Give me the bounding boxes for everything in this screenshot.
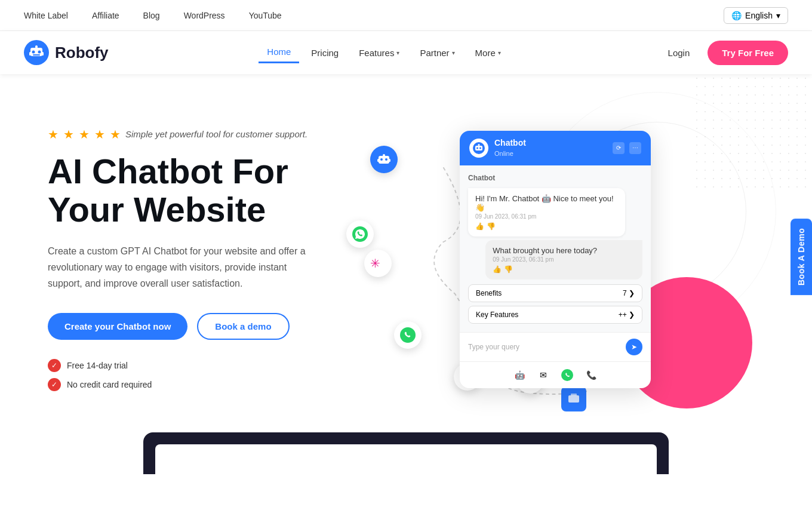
chatbot-header-icons: ⟳ ⋯ bbox=[613, 142, 641, 154]
quick-replies: Benefits 7 ❯ Key Features ++ ❯ bbox=[468, 284, 642, 324]
chatbot-footer-icons: 🤖 ✉ 📞 bbox=[460, 361, 651, 388]
svg-point-2 bbox=[32, 51, 35, 54]
nav-right: Login Try For Free bbox=[660, 41, 788, 65]
svg-rect-26 bbox=[478, 144, 480, 146]
top-link-affiliate[interactable]: Affiliate bbox=[92, 11, 119, 20]
trust-text-1: Free 14-day trial bbox=[67, 361, 128, 370]
svg-text:✳: ✳ bbox=[370, 257, 380, 270]
hero-right: ✳ bbox=[346, 110, 764, 408]
chatbot-bot-label: Chatbot bbox=[468, 174, 642, 182]
chatbot-send-button[interactable]: ➤ bbox=[626, 339, 642, 355]
features-chevron-icon: ▾ bbox=[396, 50, 399, 56]
quick-reply-features[interactable]: Key Features ++ ❯ bbox=[468, 306, 642, 324]
svg-point-16 bbox=[400, 327, 416, 343]
trust-text-2: No credit card required bbox=[67, 380, 152, 389]
chatbot-avatar bbox=[469, 139, 488, 158]
svg-point-10 bbox=[385, 158, 387, 161]
more-chevron-icon: ▾ bbox=[498, 50, 501, 56]
book-demo-sidebar[interactable]: Book A Demo bbox=[791, 218, 812, 294]
chatbot-question-bubble: What brought you here today? 09 Jun 2023… bbox=[485, 240, 642, 279]
svg-rect-13 bbox=[389, 159, 390, 162]
language-selector[interactable]: 🌐 English ▾ bbox=[724, 7, 788, 24]
stars-row: ★ ★ ★ ★ ★ Simple yet powerful tool for c… bbox=[48, 127, 346, 142]
top-link-youtube[interactable]: YouTube bbox=[249, 11, 282, 20]
checkmark-icon-1: ✓ bbox=[48, 359, 61, 372]
float-phone-icon bbox=[394, 321, 422, 349]
hero-description: Create a custom GPT AI Chatbot for your … bbox=[48, 243, 310, 292]
top-link-white-label[interactable]: White Label bbox=[24, 11, 68, 20]
svg-point-27 bbox=[561, 369, 573, 381]
chevron-down-icon: ▾ bbox=[776, 11, 780, 20]
hero-buttons: Create your Chatbot now Book a demo bbox=[48, 313, 346, 340]
logo-text: Robofy bbox=[55, 44, 109, 62]
laptop-preview bbox=[119, 432, 693, 474]
svg-point-25 bbox=[479, 147, 481, 149]
laptop-frame bbox=[143, 432, 669, 474]
svg-rect-11 bbox=[383, 154, 385, 156]
thumbsup-icon-2[interactable]: 👍 bbox=[493, 265, 502, 274]
top-bar-links: White Label Affiliate Blog WordPress You… bbox=[24, 11, 282, 20]
chatbot-welcome-bubble: Hi! I'm Mr. Chatbot 🤖 Nice to meet you! … bbox=[468, 188, 625, 236]
stars-tagline: Simple yet powerful tool for customer su… bbox=[125, 129, 307, 139]
svg-rect-4 bbox=[35, 45, 38, 48]
trust-item-trial: ✓ Free 14-day trial bbox=[48, 359, 346, 372]
quick-reply-benefits[interactable]: Benefits 7 ❯ bbox=[468, 284, 642, 302]
svg-point-9 bbox=[380, 158, 383, 161]
nav-links: Home Pricing Features ▾ Partner ▾ More ▾ bbox=[259, 42, 509, 63]
svg-rect-23 bbox=[475, 146, 482, 150]
float-blue-rect bbox=[561, 386, 586, 411]
trust-items: ✓ Free 14-day trial ✓ No credit card req… bbox=[48, 359, 346, 391]
chatbot-body: Chatbot Hi! I'm Mr. Chatbot 🤖 Nice to me… bbox=[460, 165, 651, 332]
footer-robot-icon[interactable]: 🤖 bbox=[511, 367, 528, 383]
language-label: English bbox=[745, 11, 773, 20]
float-asterisk-icon: ✳ bbox=[364, 250, 392, 277]
thumbsdown-icon[interactable]: 👎 bbox=[487, 222, 496, 231]
star-3: ★ bbox=[79, 127, 90, 142]
thumbsdown-icon-2[interactable]: 👎 bbox=[504, 265, 513, 274]
svg-rect-21 bbox=[571, 394, 577, 396]
chatbot-input-area: Type your query ➤ bbox=[460, 332, 651, 361]
try-free-button[interactable]: Try For Free bbox=[708, 41, 788, 65]
thumbsup-icon[interactable]: 👍 bbox=[475, 222, 484, 231]
create-chatbot-button[interactable]: Create your Chatbot now bbox=[48, 313, 187, 340]
hero-title: AI Chatbot For Your Website bbox=[48, 152, 346, 229]
svg-rect-6 bbox=[42, 52, 44, 56]
book-demo-button[interactable]: Book a demo bbox=[197, 313, 289, 340]
chatbot-title-area: Chatbot Online bbox=[494, 138, 526, 158]
chatbot-menu-icon[interactable]: ⋯ bbox=[629, 142, 641, 154]
nav-features[interactable]: Features ▾ bbox=[350, 43, 408, 63]
logo[interactable]: Robofy bbox=[24, 40, 109, 65]
top-link-wordpress[interactable]: WordPress bbox=[184, 11, 225, 20]
chat-reactions: 👍 👎 bbox=[475, 222, 618, 231]
partner-chevron-icon: ▾ bbox=[452, 50, 455, 56]
language-flag-icon: 🌐 bbox=[731, 11, 742, 20]
top-link-blog[interactable]: Blog bbox=[143, 11, 160, 20]
star-2: ★ bbox=[63, 127, 74, 142]
svg-rect-8 bbox=[379, 156, 389, 164]
float-whatsapp-icon bbox=[346, 220, 374, 248]
footer-email-icon[interactable]: ✉ bbox=[535, 367, 552, 383]
nav-home[interactable]: Home bbox=[259, 42, 299, 63]
footer-phone-icon[interactable]: 📞 bbox=[583, 367, 599, 383]
star-4: ★ bbox=[94, 127, 105, 142]
svg-point-24 bbox=[476, 147, 478, 149]
login-link[interactable]: Login bbox=[660, 43, 699, 63]
chatbot-input-placeholder: Type your query bbox=[468, 343, 519, 351]
hero-section: ★ ★ ★ ★ ★ Simple yet powerful tool for c… bbox=[0, 74, 812, 432]
svg-rect-7 bbox=[33, 54, 40, 56]
checkmark-icon-2: ✓ bbox=[48, 378, 61, 391]
chatbot-header: Chatbot Online ⟳ ⋯ bbox=[460, 131, 651, 165]
chatbot-window: Chatbot Online ⟳ ⋯ Chatbot Hi! I'm Mr. C… bbox=[460, 131, 651, 388]
float-robot-icon bbox=[370, 146, 398, 173]
chatbot-refresh-icon[interactable]: ⟳ bbox=[613, 142, 625, 154]
nav-more[interactable]: More ▾ bbox=[467, 43, 509, 63]
star-1: ★ bbox=[48, 127, 59, 142]
chat-reactions-2: 👍 👎 bbox=[493, 265, 635, 274]
top-bar: White Label Affiliate Blog WordPress You… bbox=[0, 0, 812, 31]
svg-point-3 bbox=[38, 51, 41, 54]
footer-whatsapp-icon[interactable] bbox=[559, 367, 576, 383]
nav-pricing[interactable]: Pricing bbox=[303, 43, 347, 63]
hero-left: ★ ★ ★ ★ ★ Simple yet powerful tool for c… bbox=[48, 127, 346, 391]
nav-partner[interactable]: Partner ▾ bbox=[411, 43, 463, 63]
laptop-screen bbox=[155, 444, 657, 474]
